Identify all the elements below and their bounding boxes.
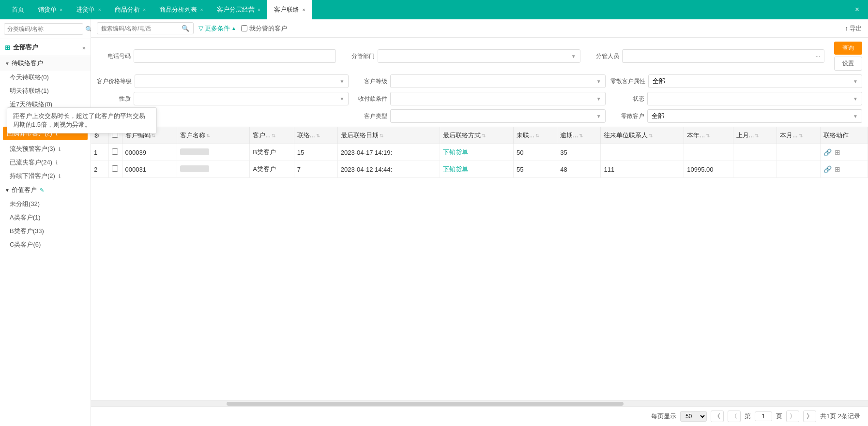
row1-select-checkbox[interactable]: [112, 148, 118, 155]
row1-checkbox[interactable]: [108, 144, 122, 161]
row1-customer-type: B类客户: [250, 144, 294, 161]
sidebar-item-a-class[interactable]: A类客户(1): [0, 211, 91, 224]
row1-grid-action-icon[interactable]: ⊞: [835, 148, 840, 156]
nav-item-sales[interactable]: 销货单 ×: [31, 0, 69, 19]
my-customers-checkbox[interactable]: [241, 25, 247, 31]
my-customers-checkbox-label[interactable]: 我分管的客户: [241, 24, 287, 33]
row1-name-blurred: [180, 148, 209, 155]
row2-unlisted: 55: [514, 161, 557, 178]
sidebar-item-declining[interactable]: 持续下滑客户(2) ℹ: [0, 169, 91, 183]
nav-item-customer-contact[interactable]: 客户联络 ×: [267, 0, 312, 19]
row1-link-action-icon[interactable]: 🔗: [823, 148, 832, 156]
row2-select-checkbox[interactable]: [112, 165, 118, 172]
horizontal-scrollbar[interactable]: [91, 400, 868, 406]
export-btn[interactable]: ↑ 导出: [845, 24, 863, 33]
per-page-label: 每页显示: [651, 412, 676, 421]
payment-select[interactable]: ▼: [390, 92, 605, 105]
page-number-input[interactable]: [755, 411, 772, 421]
row2-name-blurred: [180, 165, 209, 172]
th-name: 客户名称 ⇅: [177, 127, 250, 144]
nav-item-home[interactable]: 首页: [5, 0, 31, 19]
main-search-box[interactable]: 🔍: [97, 22, 194, 34]
nav-item-purchase[interactable]: 进货单 ×: [69, 0, 107, 19]
status-select[interactable]: ▼: [647, 92, 862, 105]
row2-grid-action-icon[interactable]: ⊞: [835, 165, 840, 173]
manager-select[interactable]: ···: [622, 49, 824, 63]
nav-item-customer-tier[interactable]: 客户分层经营 ×: [210, 0, 267, 19]
row2-overdue: 48: [557, 161, 601, 178]
sidebar-search-input[interactable]: [4, 23, 83, 35]
th-contact-count: 联络... ⇅: [294, 127, 337, 144]
customer-level-label: 客户等级: [353, 77, 387, 86]
row2-checkbox[interactable]: [108, 161, 122, 178]
retail-customer-arrow-icon: ▼: [853, 114, 858, 119]
last-page-btn[interactable]: 》: [803, 411, 816, 422]
scrollbar-thumb[interactable]: [227, 402, 624, 406]
filter-customer-type-field: 客户类型 ▼: [353, 109, 605, 123]
retail-attr-arrow-icon: ▼: [853, 79, 858, 84]
sort-icon-lastmonth: ⇅: [755, 133, 759, 138]
price-level-arrow-icon: ▼: [339, 79, 344, 84]
pending-arrow-icon: ▼: [5, 61, 10, 66]
nav-close-customer-tier[interactable]: ×: [258, 7, 260, 13]
info-icon-declining: ℹ: [59, 173, 61, 179]
sidebar-search-icon[interactable]: 🔍: [85, 26, 91, 33]
nav-item-product-analysis[interactable]: 商品分析 ×: [108, 0, 152, 19]
value-edit-icon[interactable]: ✎: [40, 187, 44, 193]
row2-link-action-icon[interactable]: 🔗: [823, 165, 832, 173]
next-page-btn[interactable]: 〉: [786, 411, 799, 422]
nav-close-purchase[interactable]: ×: [98, 7, 101, 13]
main-search-input[interactable]: [101, 25, 182, 32]
retail-customer-select[interactable]: 全部 ▼: [647, 109, 862, 123]
sidebar-item-churned[interactable]: 已流失客户(24) ℹ: [0, 156, 91, 169]
dept-select[interactable]: ▼: [378, 49, 580, 63]
sidebar-item-tomorrow[interactable]: 明天待联络(1): [0, 84, 91, 98]
row2-customer-type: A类客户: [250, 161, 294, 178]
query-button[interactable]: 查询: [834, 42, 862, 55]
sidebar-all-customers-header[interactable]: ⊞ 全部客户 »: [0, 39, 91, 56]
filter-gender-field: 性质 ▼: [97, 92, 349, 105]
top-navigation: 首页 销货单 × 进货单 × 商品分析 × 商品分析列表 × 客户分层经营 × …: [0, 0, 868, 19]
phone-label: 电话号码: [97, 52, 131, 60]
prev-page-btn[interactable]: 〈: [728, 411, 741, 422]
first-page-btn[interactable]: 《: [711, 411, 724, 422]
row1-method-link[interactable]: 下销货单: [443, 148, 468, 156]
retail-attr-select[interactable]: 全部 ▼: [648, 74, 862, 88]
th-last-contact-date: 最后联络日期 ⇅: [337, 127, 440, 144]
sidebar-item-ungrouped[interactable]: 未分组(32): [0, 197, 91, 211]
per-page-select[interactable]: 50 100 200: [680, 411, 707, 422]
info-icon-churned: ℹ: [56, 160, 58, 165]
table-header-row: ⚙ 客户编码 ⇅ 客户名称: [91, 127, 868, 144]
sort-icon-code: ⇅: [152, 133, 155, 138]
sort-icon-contacts: ⇅: [649, 133, 653, 138]
th-year-amount: 本年... ⇅: [684, 127, 733, 144]
window-close-button[interactable]: ×: [851, 5, 863, 14]
row2-method-link[interactable]: 下销货单: [443, 165, 468, 173]
sidebar-item-churn-warning[interactable]: 流失预警客户(3) ℹ: [0, 142, 91, 156]
filter-dept-field: 分管部门 ▼: [341, 49, 580, 63]
nav-close-product-analysis-list[interactable]: ×: [200, 7, 203, 13]
price-level-select[interactable]: ▼: [135, 74, 349, 88]
sidebar-item-c-class[interactable]: C类客户(6): [0, 238, 91, 251]
customer-level-select[interactable]: ▼: [390, 74, 605, 88]
sidebar-item-b-class[interactable]: B类客户(33): [0, 224, 91, 238]
sidebar-collapse-btn[interactable]: »: [82, 44, 86, 51]
nav-close-sales[interactable]: ×: [60, 7, 62, 13]
info-icon-churn: ℹ: [59, 146, 61, 152]
value-customer-group-title[interactable]: ▼ 价值客户 ✎: [0, 183, 91, 197]
sidebar-search-area: 🔍: [0, 19, 91, 39]
nav-close-product-analysis[interactable]: ×: [143, 7, 146, 13]
nav-item-product-analysis-list[interactable]: 商品分析列表 ×: [152, 0, 210, 19]
customer-type-select[interactable]: ▼: [390, 109, 605, 123]
sort-icon-type: ⇅: [272, 133, 275, 138]
more-conditions-btn[interactable]: ▽ 更多条件 ▲: [198, 24, 236, 33]
settings-button[interactable]: 设置: [834, 57, 862, 71]
phone-input[interactable]: [134, 49, 336, 63]
row2-index: 2: [91, 161, 108, 178]
filter-row-1: 电话号码 分管部门 ▼ 分管人员 ···: [97, 42, 862, 71]
row2-actions: 🔗 ⊞: [820, 161, 868, 178]
nav-close-customer-contact[interactable]: ×: [302, 7, 305, 13]
pending-contact-group-title[interactable]: ▼ 待联络客户: [0, 56, 91, 71]
gender-select[interactable]: ▼: [134, 92, 349, 105]
sidebar-item-today[interactable]: 今天待联络(0): [0, 71, 91, 84]
